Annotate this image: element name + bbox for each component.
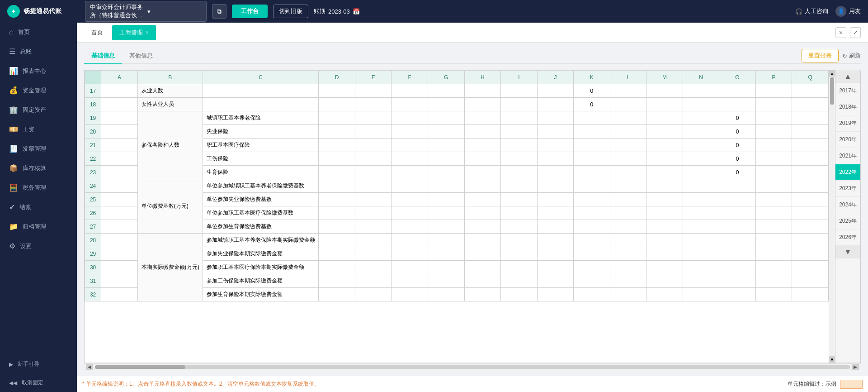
- cell-E[interactable]: [355, 247, 392, 261]
- cell-D[interactable]: [319, 98, 355, 111]
- cell-G[interactable]: [428, 206, 465, 220]
- cell-C[interactable]: 单位参加生育保险缴费基数: [203, 220, 319, 234]
- cell-M[interactable]: [646, 84, 683, 98]
- cell-E[interactable]: [355, 220, 392, 234]
- cell-P[interactable]: [755, 84, 792, 98]
- cell-H[interactable]: [464, 139, 501, 152]
- cell-L[interactable]: [610, 98, 646, 111]
- cell-C[interactable]: 失业保险: [203, 125, 319, 139]
- scroll-track-horizontal[interactable]: [95, 365, 850, 369]
- cell-J[interactable]: [537, 125, 574, 139]
- cell-F[interactable]: [392, 193, 428, 206]
- cell-P[interactable]: [755, 152, 792, 166]
- cell-M[interactable]: [646, 166, 683, 179]
- cell-N[interactable]: [683, 111, 719, 125]
- cell-E[interactable]: [355, 234, 392, 247]
- cell-M[interactable]: [646, 220, 683, 234]
- cell-H[interactable]: [464, 84, 501, 98]
- cell-I[interactable]: [501, 220, 538, 234]
- cell-L[interactable]: [610, 152, 646, 166]
- cell-J[interactable]: [537, 111, 574, 125]
- cell-L[interactable]: [610, 166, 646, 179]
- horizontal-scrollbar[interactable]: ◀ ▶: [84, 363, 861, 370]
- copy-button[interactable]: ⧉: [212, 4, 226, 19]
- cell-G[interactable]: [428, 98, 465, 111]
- cell-F[interactable]: [392, 220, 428, 234]
- cell-F[interactable]: [392, 234, 428, 247]
- tab-home[interactable]: 首页: [84, 25, 110, 40]
- cell-G[interactable]: [428, 220, 465, 234]
- cell-E[interactable]: [355, 152, 392, 166]
- cell-A[interactable]: [101, 274, 138, 288]
- cell-N[interactable]: [683, 206, 719, 220]
- cell-B[interactable]: 本期实际缴费金额(万元): [137, 234, 203, 301]
- cell-O[interactable]: 0: [719, 125, 756, 139]
- col-header-K[interactable]: K: [574, 71, 610, 84]
- sidebar-item-ledger[interactable]: ☰ 总账: [0, 42, 77, 61]
- cell-O[interactable]: [719, 261, 756, 274]
- col-header-B[interactable]: B: [137, 71, 203, 84]
- col-header-D[interactable]: D: [319, 71, 355, 84]
- cell-L[interactable]: [610, 261, 646, 274]
- scroll-down-button[interactable]: ▼: [829, 356, 835, 363]
- cell-E[interactable]: [355, 111, 392, 125]
- cell-G[interactable]: [428, 193, 465, 206]
- cell-L[interactable]: [610, 84, 646, 98]
- year-item-2025年[interactable]: 2025年: [835, 213, 860, 229]
- sub-tab-other[interactable]: 其他信息: [122, 48, 160, 64]
- cell-E[interactable]: [355, 261, 392, 274]
- cell-C[interactable]: 参加工伤保险本期实际缴费金额: [203, 274, 319, 288]
- cell-Q[interactable]: [792, 274, 829, 288]
- cell-J[interactable]: [537, 166, 574, 179]
- cell-K[interactable]: [574, 274, 610, 288]
- cell-N[interactable]: [683, 288, 719, 301]
- cell-O[interactable]: [719, 84, 756, 98]
- cell-Q[interactable]: [792, 84, 829, 98]
- cell-I[interactable]: [501, 193, 538, 206]
- cell-Q[interactable]: [792, 261, 829, 274]
- cell-I[interactable]: [501, 206, 538, 220]
- cell-J[interactable]: [537, 288, 574, 301]
- cell-E[interactable]: [355, 166, 392, 179]
- cell-N[interactable]: [683, 139, 719, 152]
- cell-L[interactable]: [610, 111, 646, 125]
- cell-Q[interactable]: [792, 139, 829, 152]
- year-item-2018年[interactable]: 2018年: [835, 99, 860, 115]
- cell-J[interactable]: [537, 274, 574, 288]
- cell-L[interactable]: [610, 125, 646, 139]
- cell-H[interactable]: [464, 166, 501, 179]
- year-item-2024年[interactable]: 2024年: [835, 197, 860, 213]
- cell-N[interactable]: [683, 261, 719, 274]
- cell-L[interactable]: [610, 234, 646, 247]
- cell-Q[interactable]: [792, 220, 829, 234]
- col-header-J[interactable]: J: [537, 71, 574, 84]
- cell-A[interactable]: [101, 247, 138, 261]
- cell-Q[interactable]: [792, 193, 829, 206]
- refresh-button[interactable]: ↻ 刷新: [842, 52, 861, 60]
- calendar-icon[interactable]: 📅: [353, 8, 360, 15]
- cell-K[interactable]: [574, 111, 610, 125]
- cell-O[interactable]: [719, 193, 756, 206]
- cell-L[interactable]: [610, 288, 646, 301]
- col-header-I[interactable]: I: [501, 71, 538, 84]
- cell-Q[interactable]: [792, 234, 829, 247]
- cell-L[interactable]: [610, 139, 646, 152]
- year-item-2017年[interactable]: 2017年: [835, 83, 860, 99]
- cell-J[interactable]: [537, 206, 574, 220]
- cell-A[interactable]: [101, 139, 138, 152]
- cell-F[interactable]: [392, 98, 428, 111]
- cell-Q[interactable]: [792, 152, 829, 166]
- cell-B[interactable]: 女性从业人员: [137, 98, 203, 111]
- cell-H[interactable]: [464, 220, 501, 234]
- cell-Q[interactable]: [792, 125, 829, 139]
- cell-Q[interactable]: [792, 98, 829, 111]
- col-header-H[interactable]: H: [464, 71, 501, 84]
- cell-O[interactable]: 0: [719, 166, 756, 179]
- cell-P[interactable]: [755, 234, 792, 247]
- cell-H[interactable]: [464, 234, 501, 247]
- cell-M[interactable]: [646, 98, 683, 111]
- cell-I[interactable]: [501, 261, 538, 274]
- spreadsheet[interactable]: A B C D E F G H I J: [85, 70, 829, 363]
- sidebar-item-archive[interactable]: 📁 归档管理: [0, 217, 77, 236]
- cell-G[interactable]: [428, 139, 465, 152]
